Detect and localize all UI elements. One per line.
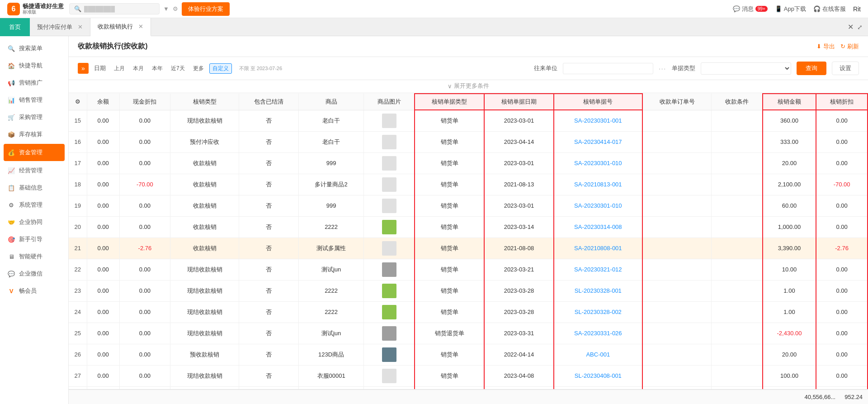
gear-icon[interactable]: ⚙: [173, 5, 178, 12]
sidebar-item-smart-hw[interactable]: 🖥 智能硬件: [0, 248, 68, 265]
sidebar-item-guide[interactable]: 🎯 新手引导: [0, 231, 68, 248]
from-unit-input[interactable]: [563, 63, 653, 74]
chevron-down-icon[interactable]: ▼: [163, 5, 169, 12]
page-title: 收款核销执行(按收款): [78, 42, 148, 51]
cell-bill-no[interactable]: SA-20210808-001: [554, 238, 642, 259]
bill-type-select[interactable]: [701, 62, 791, 75]
table-row: 20 0.00 0.00 收款核销 否 2222 销货单 2023-03-14 …: [69, 216, 868, 238]
table-row: 16 0.00 0.00 预付冲应收 否 老白干 销货单 2023-04-14 …: [69, 131, 868, 152]
sidebar-item-label-system: 系统管理: [19, 201, 42, 209]
tab-prepay[interactable]: 预付冲应付单 ✕: [30, 18, 90, 36]
settings-btn[interactable]: 设置: [832, 62, 859, 75]
cell-payment-terms: [712, 280, 763, 301]
table-row: 23 0.00 0.00 现结收款核销 否 2222 销货单 2023-03-2…: [69, 280, 868, 301]
sidebar-item-purchase[interactable]: 🛒 采购管理: [0, 109, 68, 126]
cell-bill-no[interactable]: SL-20230408-001: [554, 365, 642, 386]
this-year-btn[interactable]: 本年: [149, 64, 165, 73]
cell-bill-no[interactable]: SA-20230321-012: [554, 259, 642, 280]
refresh-btn[interactable]: ↻ 刷新: [840, 43, 859, 51]
cell-verify-amount: 20.00: [763, 152, 816, 174]
cell-cash-discount: 0.00: [119, 259, 170, 280]
app-download-item[interactable]: 📱 App下载: [775, 5, 806, 13]
cell-bill-no[interactable]: SA-20230331-026: [554, 323, 642, 344]
query-btn[interactable]: 查询: [797, 62, 826, 75]
table-row: 15 0.00 0.00 现结收款核销 否 老白干 销货单 2023-03-01…: [69, 110, 868, 131]
cell-bill-no[interactable]: SA-20230301-010: [554, 195, 642, 216]
cell-cash-discount: -2.76: [119, 238, 170, 259]
sidebar-item-system[interactable]: ⚙ 系统管理: [0, 196, 68, 214]
last-month-btn[interactable]: 上月: [111, 64, 127, 73]
cell-verify-type: 收款核销: [170, 152, 239, 174]
cell-bill-no[interactable]: ABC-001: [554, 344, 642, 365]
top-bar: 6 畅捷通谁好生意 标准版 🔍 ████████ ▼ ⚙ 体验行业方案 💬 消息…: [0, 0, 868, 18]
tab-verify-close[interactable]: ✕: [138, 23, 143, 30]
from-unit-label: 往来单位: [534, 64, 557, 72]
close-window-icon[interactable]: ✕: [848, 23, 854, 31]
cell-include-cleared: 否: [239, 344, 299, 365]
filter-expand-btn[interactable]: »: [78, 63, 89, 74]
cell-bill-no[interactable]: SA-20230301-001: [554, 110, 642, 131]
sidebar-item-marketing[interactable]: 📢 营销推广: [0, 74, 68, 91]
cell-verify-amount: 1,000.00: [763, 216, 816, 238]
cell-receipt-order: [642, 152, 712, 174]
more-date-btn[interactable]: 更多: [190, 64, 207, 73]
sidebar-item-inventory[interactable]: 📦 库存核算: [0, 126, 68, 143]
tab-verify[interactable]: 收款核销执行 ✕: [90, 18, 151, 36]
sidebar-item-enterprise[interactable]: 🤝 企业协同: [0, 214, 68, 231]
tab-home[interactable]: 首页: [0, 18, 30, 36]
cell-id: 20: [69, 216, 87, 238]
cell-bill-type: 销货单: [415, 365, 484, 386]
sidebar-item-wechat[interactable]: 💬 企业微信: [0, 265, 68, 282]
cell-verify-discount: 0.00: [816, 259, 868, 280]
table-row: 21 0.00 -2.76 收款核销 否 测试多属性 销货单 2021-08-0…: [69, 238, 868, 259]
this-month-btn[interactable]: 本月: [130, 64, 146, 73]
export-label: 导出: [823, 43, 835, 51]
tab-prepay-close[interactable]: ✕: [78, 24, 83, 30]
table-row: 18 0.00 -70.00 收款核销 否 多计量商品2 销货单 2021-08…: [69, 174, 868, 195]
cell-bill-no[interactable]: SL-20230328-001: [554, 280, 642, 301]
last-7days-btn[interactable]: 近7天: [168, 64, 188, 73]
cell-include-cleared: 否: [239, 323, 299, 344]
top-search-box[interactable]: 🔍 ████████: [69, 3, 160, 14]
cell-verify-amount: 20.00: [763, 344, 816, 365]
th-verify-amount: 核销金额: [763, 94, 816, 110]
cell-verify-discount: 0.00: [816, 110, 868, 131]
sidebar-item-quick-nav[interactable]: 🏠 快捷导航: [0, 57, 68, 74]
cell-product-img: [363, 344, 415, 365]
trial-btn[interactable]: 体验行业方案: [182, 2, 230, 16]
export-btn[interactable]: ⬇ 导出: [816, 43, 835, 51]
sidebar-item-capital[interactable]: 💰 资金管理: [4, 144, 65, 161]
th-product: 商品: [299, 94, 363, 110]
expand-more-btn[interactable]: ∨ 展开更多条件: [448, 82, 489, 90]
message-nav-item[interactable]: 💬 消息 99+: [733, 5, 768, 13]
sidebar-item-search-menu[interactable]: 🔍 搜索菜单: [0, 40, 68, 57]
cell-verify-amount: 10.00: [763, 259, 816, 280]
cell-payment-terms: [712, 301, 763, 323]
cell-product: 999: [299, 152, 363, 174]
th-bill-type: 核销单据类型: [415, 94, 484, 110]
th-settings[interactable]: ⚙: [69, 94, 87, 110]
cell-bill-type: 销货单: [415, 216, 484, 238]
sidebar-item-operations[interactable]: 📈 经营管理: [0, 162, 68, 179]
table-container[interactable]: ⚙ 余额 现金折扣 核销类型 包含已结清 商品 商品图片 核销单据类型 核销单据…: [69, 93, 868, 404]
cell-bill-no[interactable]: SL-20230328-002: [554, 301, 642, 323]
sidebar-item-sales[interactable]: 📊 销售管理: [0, 91, 68, 109]
custom-date-btn[interactable]: 自定义: [209, 63, 232, 74]
cell-bill-no[interactable]: SA-20230314-008: [554, 216, 642, 238]
cell-bill-date: 2023-03-01: [484, 110, 554, 131]
user-name-item[interactable]: Rit: [853, 5, 861, 13]
sidebar-item-basic-info[interactable]: 📋 基础信息: [0, 179, 68, 196]
cell-bill-date: 2023-03-14: [484, 216, 554, 238]
cell-product-img: [363, 259, 415, 280]
main-layout: 🔍 搜索菜单 🏠 快捷导航 📢 营销推广 📊 销售管理 🛒 采购管理 📦 库存核…: [0, 36, 868, 404]
th-product-img: 商品图片: [363, 94, 415, 110]
cell-bill-no[interactable]: SA-20230301-010: [554, 152, 642, 174]
cell-bill-no[interactable]: SA-20210813-001: [554, 174, 642, 195]
maximize-icon[interactable]: ⤢: [857, 24, 863, 31]
table-row: 17 0.00 0.00 收款核销 否 999 销货单 2023-03-01 S…: [69, 152, 868, 174]
online-service-item[interactable]: 🎧 在线客服: [813, 5, 846, 13]
cell-bill-no[interactable]: SA-20230414-017: [554, 131, 642, 152]
cell-cash-discount: 0.00: [119, 365, 170, 386]
cell-product-img: [363, 323, 415, 344]
sidebar-item-member[interactable]: V 畅会员: [0, 282, 68, 299]
